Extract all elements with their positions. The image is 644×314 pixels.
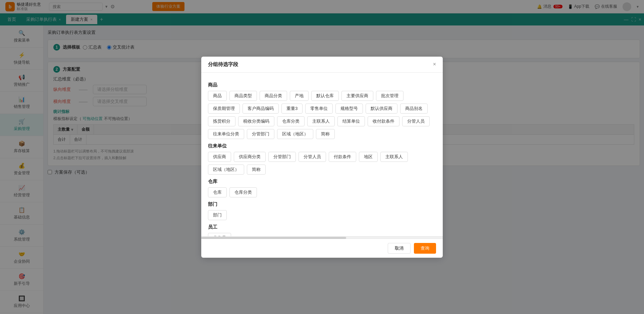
field-tag-分管部门[interactable]: 分管部门: [247, 129, 274, 139]
field-tag-简称[interactable]: 简称: [247, 165, 266, 175]
field-tag-区域（地区）[interactable]: 区域（地区）: [277, 129, 313, 139]
field-tag-供应商[interactable]: 供应商: [208, 152, 231, 162]
field-tag-仓库[interactable]: 仓库: [208, 187, 227, 197]
field-tag-分管人员[interactable]: 分管人员: [299, 152, 326, 162]
field-tag-收付款条件[interactable]: 收付款条件: [368, 116, 399, 126]
field-tag-往来单位分类[interactable]: 往来单位分类: [208, 129, 244, 139]
field-tag-仓库分类[interactable]: 仓库分类: [277, 116, 305, 126]
modal-section-fields-goods: 商品商品类型商品分类产地默认仓库主要供应商批次管理保质期管理客户商品编码重量3零…: [208, 91, 436, 139]
field-tag-分管人员[interactable]: 分管人员: [402, 116, 430, 126]
modal-section-title-department: 部门: [208, 201, 436, 207]
modal-header: 分组待选字段 ×: [201, 57, 443, 73]
field-tag-区域（地区）[interactable]: 区域（地区）: [208, 165, 244, 175]
field-tag-主要供应商[interactable]: 主要供应商: [341, 91, 373, 101]
modal-body: 商品商品商品类型商品分类产地默认仓库主要供应商批次管理保质期管理客户商品编码重量…: [201, 73, 443, 237]
field-tag-供应商分类[interactable]: 供应商分类: [234, 152, 266, 162]
field-tag-默认仓库[interactable]: 默认仓库: [311, 91, 339, 101]
field-tag-部门[interactable]: 部门: [208, 210, 227, 220]
field-tag-分管部门[interactable]: 分管部门: [268, 152, 296, 162]
modal-cancel-btn[interactable]: 取消: [388, 243, 411, 254]
modal-section-title-warehouse: 仓库: [208, 179, 436, 185]
field-tag-商品别名[interactable]: 商品别名: [400, 104, 428, 114]
field-tag-产地[interactable]: 产地: [290, 91, 309, 101]
field-tag-主联系人[interactable]: 主联系人: [307, 116, 335, 126]
field-tag-商品分类[interactable]: 商品分类: [260, 91, 287, 101]
field-tag-客户商品编码[interactable]: 客户商品编码: [243, 104, 279, 114]
modal-section-title-employee: 员工: [208, 224, 436, 230]
modal-footer: 取消 查询: [201, 239, 443, 258]
field-tag-税收分类编码[interactable]: 税收分类编码: [238, 116, 274, 126]
field-tag-付款条件[interactable]: 付款条件: [329, 152, 356, 162]
modal-section-title-partner: 往来单位: [208, 143, 436, 149]
modal-close-btn[interactable]: ×: [433, 62, 436, 67]
modal-section-title-goods: 商品: [208, 82, 436, 88]
field-tag-仓库分类[interactable]: 仓库分类: [229, 187, 257, 197]
modal-section-fields-employee: 业务员: [208, 233, 436, 237]
field-tag-商品[interactable]: 商品: [208, 91, 227, 101]
field-tag-结算单位[interactable]: 结算单位: [337, 116, 365, 126]
modal-title: 分组待选字段: [208, 61, 238, 68]
modal-overlay: 分组待选字段 × 商品商品商品类型商品分类产地默认仓库主要供应商批次管理保质期管…: [0, 0, 644, 314]
field-tag-保质期管理[interactable]: 保质期管理: [208, 104, 240, 114]
modal-box: 分组待选字段 × 商品商品商品类型商品分类产地默认仓库主要供应商批次管理保质期管…: [201, 57, 443, 258]
modal-confirm-btn[interactable]: 查询: [414, 243, 436, 254]
field-tag-批次管理[interactable]: 批次管理: [376, 91, 404, 101]
modal-section-fields-partner: 供应商供应商分类分管部门分管人员付款条件地区主联系人区域（地区）简称: [208, 152, 436, 175]
field-tag-默认供应商[interactable]: 默认供应商: [366, 104, 397, 114]
field-tag-规格型号[interactable]: 规格型号: [335, 104, 363, 114]
field-tag-简称[interactable]: 简称: [316, 129, 335, 139]
field-tag-业务员[interactable]: 业务员: [208, 233, 231, 237]
modal-section-fields-warehouse: 仓库仓库分类: [208, 187, 436, 197]
field-tag-商品类型[interactable]: 商品类型: [229, 91, 257, 101]
field-tag-零售单位[interactable]: 零售单位: [305, 104, 333, 114]
scrollbar-thumb: [201, 237, 346, 239]
field-tag-拣货积分[interactable]: 拣货积分: [208, 116, 235, 126]
field-tag-地区[interactable]: 地区: [359, 152, 378, 162]
field-tag-重量3[interactable]: 重量3: [281, 104, 303, 114]
modal-section-fields-department: 部门: [208, 210, 436, 220]
field-tag-主联系人[interactable]: 主联系人: [380, 152, 408, 162]
horizontal-scrollbar[interactable]: [201, 236, 443, 238]
